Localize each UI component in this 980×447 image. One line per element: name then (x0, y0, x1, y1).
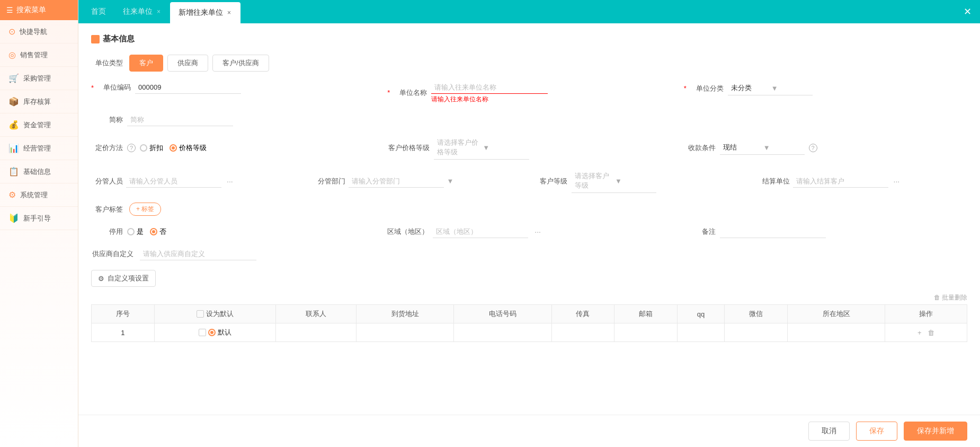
row-checkbox[interactable] (199, 329, 206, 336)
tab-new-partner[interactable]: 新增往来单位 × (170, 2, 240, 23)
col-email: 邮箱 (614, 305, 678, 323)
short-name-row: 简称 (91, 113, 967, 126)
batch-delete-btn[interactable]: 🗑 批量删除 (91, 293, 967, 302)
stop-use-yes-option[interactable]: 是 (127, 227, 144, 236)
basic-info-icon: 📋 (8, 166, 19, 177)
payment-condition-value: 现结 (723, 143, 761, 152)
row-actions: + 🗑 (885, 323, 967, 342)
pricing-help-icon[interactable]: ? (127, 144, 136, 152)
sidebar-item-inventory[interactable]: 📦 库存核算 (0, 90, 78, 113)
unit-category-label: 单位分类 (692, 84, 724, 93)
pricing-discount-option[interactable]: 折扣 (140, 143, 163, 153)
purchase-icon: 🛒 (8, 73, 19, 83)
sidebar-item-finance[interactable]: 💰 资金管理 (0, 113, 78, 137)
col-contact: 联系人 (276, 305, 356, 323)
unit-type-customer-btn[interactable]: 客户 (129, 55, 163, 72)
finance-icon: 💰 (8, 120, 19, 130)
sidebar-item-label: 库存核算 (23, 97, 51, 107)
sidebar-item-purchase[interactable]: 🛒 采购管理 (0, 67, 78, 90)
manager-dots-btn[interactable]: ··· (225, 177, 235, 186)
window-close-btn[interactable]: ✕ (959, 6, 976, 17)
short-name-input[interactable] (127, 113, 233, 126)
col-address: 到货地址 (356, 305, 453, 323)
area-dots-btn[interactable]: ··· (532, 227, 543, 236)
supplier-custom-input[interactable] (140, 248, 256, 260)
guide-icon: 🔰 (8, 213, 19, 223)
customer-level-select[interactable]: 请选择客户等级 ▼ (572, 169, 656, 193)
short-name-label: 简称 (91, 115, 123, 125)
row-default-radio-btn (208, 329, 216, 336)
inventory-icon: 📦 (8, 97, 19, 107)
custom-settings-btn[interactable]: ⚙ 自定义项设置 (91, 270, 156, 287)
customer-price-level-label: 客户价格等级 (387, 143, 430, 153)
sidebar-item-system[interactable]: ⚙ 系统管理 (0, 183, 78, 207)
operations-icon: 📊 (8, 143, 19, 153)
sidebar-item-guide[interactable]: 🔰 新手引导 (0, 207, 78, 230)
search-menu-btn[interactable]: ☰ 搜索菜单 (0, 0, 78, 20)
payment-condition-help-icon[interactable]: ? (809, 144, 817, 152)
stop-use-radio-group: 是 否 (127, 227, 166, 236)
unit-name-input[interactable] (431, 81, 548, 94)
customer-price-level-select[interactable]: 请选择客户价格等级 ▼ (434, 136, 529, 160)
pricing-level-option[interactable]: 价格等级 (170, 143, 207, 153)
col-wechat: 微信 (725, 305, 788, 323)
tab-partners-close[interactable]: × (156, 8, 162, 15)
save-new-button[interactable]: 保存并新增 (904, 422, 967, 441)
customer-price-level-placeholder: 请选择客户价格等级 (437, 138, 480, 157)
payment-condition-caret: ▼ (763, 144, 801, 152)
unit-type-supplier-btn[interactable]: 供应商 (167, 55, 208, 72)
sidebar-item-operations[interactable]: 📊 经营管理 (0, 137, 78, 160)
tab-home-label: 首页 (91, 7, 106, 16)
manager-input[interactable] (126, 175, 221, 188)
add-tag-btn[interactable]: + 标签 (129, 203, 161, 216)
row-default-radio[interactable]: 默认 (208, 328, 231, 337)
settlement-unit-dots-btn[interactable]: ··· (892, 177, 902, 186)
manager-row: 分管人员 ··· 分管部门 ▼ 客户等级 请选择客户等级 ▼ 结算单位 ··· (91, 169, 967, 193)
area-label: 区域（地区） (387, 227, 429, 236)
unit-category-select[interactable]: 未分类 ▼ (728, 81, 813, 95)
search-icon: ☰ (6, 6, 13, 14)
save-button[interactable]: 保存 (856, 422, 897, 441)
manager-label: 分管人员 (91, 177, 123, 186)
tab-partners[interactable]: 往来单位 × (114, 0, 170, 23)
section-icon (91, 35, 100, 43)
area-input[interactable] (433, 225, 528, 238)
sidebar-item-quick-nav[interactable]: ⊙ 快捷导航 (0, 20, 78, 43)
unit-type-buttons: 客户 供应商 客户/供应商 (129, 55, 269, 72)
department-label: 分管部门 (314, 177, 345, 186)
customer-price-level-caret: ▼ (483, 144, 526, 152)
row-email (614, 323, 678, 342)
sidebar-item-label: 系统管理 (20, 190, 48, 200)
short-name-group: 简称 (91, 113, 239, 126)
tab-home[interactable]: 首页 (83, 0, 114, 23)
row-add-btn[interactable]: + (917, 329, 922, 337)
unit-name-required: * (387, 89, 390, 97)
col-phone: 电话号码 (454, 305, 551, 323)
stop-use-no-option[interactable]: 否 (150, 227, 166, 236)
sidebar-item-basic-info[interactable]: 📋 基础信息 (0, 160, 78, 183)
payment-condition-select[interactable]: 现结 ▼ (720, 141, 805, 155)
remark-input[interactable] (720, 225, 826, 238)
select-all-checkbox[interactable] (197, 310, 204, 318)
unit-code-input[interactable] (135, 81, 241, 94)
tab-new-partner-close[interactable]: × (226, 9, 232, 16)
stop-use-no-radio (150, 228, 157, 235)
unit-type-label: 单位类型 (91, 58, 123, 68)
payment-condition-group: 收款条件 现结 ▼ ? (684, 141, 967, 155)
sidebar-item-sales[interactable]: ◎ 销售管理 (0, 43, 78, 67)
row-contact (276, 323, 356, 342)
pricing-method-group: 定价方法 ? 折扣 价格等级 (91, 143, 375, 153)
customer-level-caret: ▼ (615, 177, 653, 185)
col-default: 设为默认 (154, 305, 276, 323)
row-delete-btn[interactable]: 🗑 (928, 329, 934, 337)
col-default-label: 设为默认 (206, 309, 234, 319)
customer-level-placeholder: 请选择客户等级 (575, 171, 613, 190)
settlement-unit-input[interactable] (793, 175, 888, 188)
main-area: 首页 往来单位 × 新增往来单位 × ✕ 基本信息 单位类型 客户 供应商 客户… (78, 0, 980, 447)
remark-label: 备注 (684, 227, 716, 236)
customer-level-label: 客户等级 (536, 177, 567, 186)
cancel-button[interactable]: 取消 (808, 422, 850, 441)
department-input[interactable] (349, 175, 444, 188)
row-phone (454, 323, 551, 342)
unit-type-both-btn[interactable]: 客户/供应商 (212, 55, 269, 72)
